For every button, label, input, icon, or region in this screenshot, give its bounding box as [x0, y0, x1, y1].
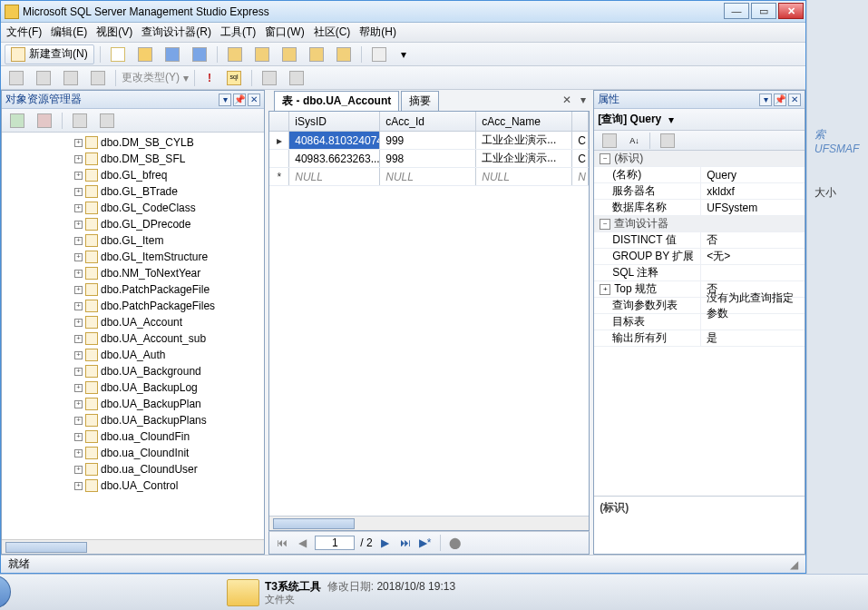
expand-icon[interactable]: + — [74, 368, 83, 376]
property-row[interactable]: 输出所有列是 — [594, 330, 805, 347]
tool-c[interactable] — [278, 45, 301, 64]
pane-pin-button[interactable]: 📌 — [233, 93, 246, 106]
menu-community[interactable]: 社区(C) — [314, 25, 351, 40]
expand-icon[interactable]: + — [74, 400, 83, 408]
expand-icon[interactable]: + — [74, 204, 83, 212]
tool-saveall[interactable] — [188, 45, 211, 64]
nav-next[interactable]: ▶ — [378, 536, 393, 550]
tree-item[interactable]: +dbo.UA_Background — [74, 363, 264, 379]
menu-help[interactable]: 帮助(H) — [359, 25, 396, 40]
menu-tools[interactable]: 工具(T) — [220, 25, 256, 40]
expand-icon[interactable]: + — [74, 466, 83, 474]
prop-pages-button[interactable] — [656, 132, 679, 150]
expand-icon[interactable]: + — [74, 449, 83, 458]
tool-new-file[interactable] — [106, 45, 130, 64]
expand-icon[interactable]: + — [74, 237, 83, 245]
tree-item[interactable]: +dbo.UA_Account_sub — [74, 330, 264, 347]
tool-criteria[interactable] — [32, 69, 55, 87]
menu-edit[interactable]: 编辑(E) — [51, 25, 87, 40]
tool-dropdown[interactable]: ▾ — [395, 45, 413, 64]
tree-item[interactable]: +dbo.UA_BackupLog — [74, 379, 264, 396]
property-row[interactable]: DISTINCT 值否 — [594, 232, 805, 249]
cell-cacc-name[interactable]: 工业企业演示... — [476, 132, 572, 149]
expand-icon[interactable]: + — [74, 302, 83, 310]
tool-diagram[interactable] — [5, 69, 28, 87]
cell-cacc-id[interactable]: 999 — [380, 132, 476, 149]
tab-menu-button[interactable]: ▾ — [580, 93, 586, 106]
new-query-button[interactable]: 新建查询(N) — [5, 44, 94, 64]
pane-pin-button[interactable]: 📌 — [774, 93, 786, 106]
tool-f[interactable] — [367, 45, 391, 64]
tool-a[interactable] — [223, 45, 247, 64]
property-row[interactable]: −查询设计器 — [594, 216, 805, 232]
tree-item[interactable]: +dbo.UA_Control — [74, 477, 264, 494]
pane-close-button[interactable]: ✕ — [248, 93, 260, 106]
tree-item[interactable]: +dbo.DM_SB_SFL — [74, 151, 264, 167]
cell-cacc-id[interactable]: 998 — [380, 150, 476, 167]
nav-prev[interactable]: ◀ — [295, 536, 309, 550]
close-button[interactable]: ✕ — [778, 3, 804, 19]
tool-run[interactable]: ! — [200, 69, 219, 87]
expand-icon[interactable]: + — [74, 155, 83, 163]
tree-item[interactable]: +dbo.PatchPackageFile — [74, 281, 264, 298]
property-row[interactable]: 服务器名xkldxf — [594, 183, 805, 200]
horizontal-scrollbar[interactable] — [2, 539, 264, 554]
change-type-label[interactable]: 更改类型(Y) — [122, 70, 180, 85]
tree-item[interactable]: +dbo.PatchPackageFiles — [74, 298, 264, 314]
refresh-button[interactable] — [68, 112, 92, 130]
tab-summary[interactable]: 摘要 — [401, 91, 439, 111]
property-row[interactable]: SQL 注释 — [594, 265, 805, 281]
expand-icon[interactable]: + — [74, 319, 83, 327]
expand-icon[interactable]: + — [74, 270, 83, 278]
menu-query-designer[interactable]: 查询设计器(R) — [141, 25, 211, 40]
start-orb[interactable] — [0, 576, 11, 608]
pane-dropdown-button[interactable]: ▾ — [759, 93, 772, 106]
property-row[interactable]: (名称)Query — [594, 167, 805, 183]
tab-ua-account[interactable]: 表 - dbo.UA_Account — [274, 91, 399, 111]
disconnect-button[interactable] — [33, 112, 56, 130]
cell-isysid[interactable]: 40864.8103240741 — [289, 132, 380, 149]
tree-item[interactable]: +dbo.UA_BackupPlans — [74, 412, 264, 428]
object-tree[interactable]: +dbo.DM_SB_CYLB+dbo.DM_SB_SFL+dbo.GL_bfr… — [2, 133, 264, 539]
tree-item[interactable]: +dbo.GL_ItemStructure — [74, 249, 264, 265]
tool-g[interactable] — [258, 69, 281, 87]
tree-item[interactable]: +dbo.NM_ToNextYear — [74, 265, 264, 281]
expand-icon[interactable]: + — [74, 482, 83, 490]
tool-open[interactable] — [133, 45, 157, 64]
row-selector-icon[interactable]: ▸ — [269, 132, 289, 149]
tab-close-button[interactable]: ✕ — [562, 93, 571, 106]
expand-icon[interactable]: + — [74, 139, 83, 147]
property-row[interactable]: 查询参数列表没有为此查询指定参数 — [594, 298, 805, 314]
property-row[interactable]: −(标识) — [594, 151, 805, 167]
expand-icon[interactable]: + — [74, 417, 83, 425]
tree-item[interactable]: +dbo.GL_CodeClass — [74, 200, 264, 216]
tree-item[interactable]: +dbo.GL_bfreq — [74, 167, 264, 183]
properties-grid[interactable]: −(标识)(名称)Query服务器名xkldxf数据库名称UFSystem−查询… — [594, 151, 805, 496]
alphabetical-button[interactable]: A↓ — [625, 132, 644, 150]
filter-button[interactable] — [95, 112, 119, 130]
pane-close-button[interactable]: ✕ — [788, 93, 801, 106]
maximize-button[interactable]: ▭ — [751, 3, 776, 19]
grid-row[interactable]: 40983.6623263... 998 工业企业演示... C — [269, 150, 589, 168]
grid-hscroll[interactable] — [269, 516, 589, 530]
tool-b[interactable] — [250, 45, 274, 64]
col-cacc-name[interactable]: cAcc_Name — [476, 112, 572, 131]
connect-button[interactable] — [5, 112, 29, 130]
property-row[interactable]: 数据库名称UFSystem — [594, 200, 805, 216]
minimize-button[interactable]: — — [724, 3, 749, 19]
tree-item[interactable]: +dbo.ua_CloundFin — [74, 428, 264, 445]
tree-item[interactable]: +dbo.GL_BTrade — [74, 183, 264, 200]
nav-current-input[interactable] — [315, 536, 355, 550]
expand-icon[interactable]: + — [74, 335, 83, 343]
tool-h[interactable] — [285, 69, 308, 87]
col-isysid[interactable]: iSysID — [289, 112, 380, 131]
expand-icon[interactable]: + — [74, 433, 83, 441]
tree-item[interactable]: +dbo.DM_SB_CYLB — [74, 134, 264, 151]
nav-last[interactable]: ⏭ — [398, 536, 413, 550]
expand-icon[interactable]: + — [74, 172, 83, 180]
col-cacc-id[interactable]: cAcc_Id — [380, 112, 476, 131]
expand-icon[interactable]: + — [74, 221, 83, 229]
property-row[interactable]: GROUP BY 扩展<无> — [594, 249, 805, 265]
nav-stop-icon[interactable]: ⬤ — [448, 536, 463, 550]
cell-cacc-name[interactable]: 工业企业演示... — [476, 150, 572, 167]
